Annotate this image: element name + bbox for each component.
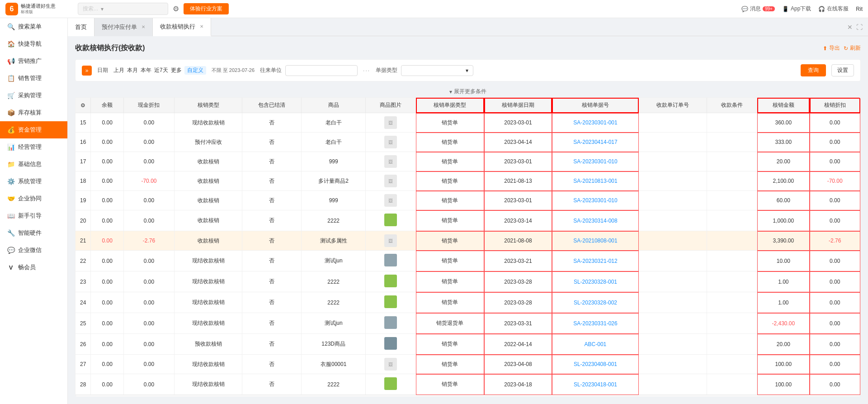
- col-writeoff-type: 核销类型: [174, 98, 242, 113]
- sidebar-label-operations: 经营管理: [18, 143, 42, 151]
- sidebar-item-guide[interactable]: 📖 新手引导: [0, 207, 67, 224]
- sidebar-item-wechat[interactable]: 💬 企业微信: [0, 242, 67, 259]
- headset-icon: 🎧: [818, 6, 825, 12]
- sidebar-item-system[interactable]: ⚙️ 系统管理: [0, 173, 67, 190]
- bill-no-link[interactable]: SL-20230418-001: [574, 381, 617, 388]
- gear-icon[interactable]: ⚙: [173, 5, 179, 13]
- sidebar-item-sales[interactable]: 📋 销售管理: [0, 70, 67, 87]
- table-row: 240.000.00现结收款核销否2222销货单2023-03-28SL-202…: [75, 292, 860, 313]
- refresh-button[interactable]: ↻ 刷新: [844, 44, 861, 52]
- product-image: [384, 316, 397, 329]
- product-image: 🖼: [384, 358, 397, 371]
- date-custom[interactable]: 自定义: [184, 66, 206, 75]
- home-icon: 🏠: [7, 40, 14, 48]
- sidebar-item-collab[interactable]: 🤝 企业协同: [0, 190, 67, 207]
- sidebar-item-operations[interactable]: 📊 经营管理: [0, 138, 67, 156]
- refresh-icon: ↻: [844, 45, 848, 52]
- sidebar-label-sales: 销售管理: [18, 74, 42, 82]
- col-writeoff-discount: 核销折扣: [810, 98, 860, 113]
- guide-icon: 📖: [7, 212, 14, 219]
- marketing-icon: 📢: [7, 57, 14, 65]
- operations-icon: 📊: [7, 143, 14, 151]
- search-icon: 🔍: [7, 23, 14, 30]
- sidebar-item-hardware[interactable]: 🔧 智能硬件: [0, 224, 67, 242]
- bill-no-link[interactable]: ABC-001: [585, 341, 607, 347]
- date-last-month[interactable]: 上月: [113, 67, 124, 74]
- product-image: [384, 254, 397, 266]
- bill-no-link[interactable]: SL-20230328-002: [574, 299, 617, 306]
- date-7days[interactable]: 近7天: [154, 67, 168, 74]
- tab-home[interactable]: 首页: [68, 18, 94, 36]
- sidebar-label-inventory: 库存核算: [18, 109, 42, 117]
- sidebar-item-basic[interactable]: 📁 基础信息: [0, 156, 67, 173]
- tab-writeoff-close[interactable]: ✕: [200, 24, 203, 29]
- close-all-icon[interactable]: ✕: [847, 24, 853, 31]
- bill-no-link[interactable]: SA-20230314-008: [573, 218, 617, 224]
- bill-no-link[interactable]: SA-20230321-012: [573, 258, 617, 264]
- bill-no-link[interactable]: SA-20230331-026: [573, 320, 617, 327]
- message-badge: 99+: [763, 6, 775, 11]
- bill-no-link[interactable]: SL-20230328-001: [574, 279, 617, 285]
- bill-no-link[interactable]: SA-20230301-010: [573, 158, 617, 165]
- from-unit-label: 往来单位: [260, 67, 282, 74]
- finance-icon: 💰: [7, 126, 14, 133]
- bill-no-link[interactable]: SA-20210808-001: [573, 238, 617, 244]
- sidebar-item-search[interactable]: 🔍 搜索菜单: [0, 18, 67, 35]
- col-cash-discount: 现金折扣: [124, 98, 175, 113]
- tab-prepay[interactable]: 预付冲应付单 ✕: [94, 18, 153, 36]
- app-download-label: App下载: [791, 5, 811, 13]
- date-this-year[interactable]: 本年: [141, 67, 151, 74]
- title-actions: ⬆ 导出 ↻ 刷新: [823, 44, 861, 52]
- maximize-icon[interactable]: ⛶: [856, 24, 863, 31]
- industry-btn[interactable]: 体验行业方案: [184, 3, 229, 14]
- search-bar[interactable]: 搜索... ▾: [78, 3, 168, 15]
- sidebar-label-basic: 基础信息: [18, 160, 42, 168]
- collab-icon: 🤝: [7, 195, 14, 202]
- logo-name: 畅捷通谱好生意: [21, 3, 56, 9]
- user-name[interactable]: Rit: [856, 6, 863, 12]
- bill-type-value: [406, 67, 407, 74]
- sidebar-item-inventory[interactable]: 📦 库存核算: [0, 104, 67, 121]
- chevron-down-icon: ▾: [466, 67, 468, 74]
- app-download-btn[interactable]: 📱 App下载: [782, 5, 811, 13]
- tab-prepay-close[interactable]: ✕: [142, 24, 145, 29]
- page-content: 收款核销执行(按收款) ⬆ 导出 ↻ 刷新 » 日期 上月: [68, 36, 868, 404]
- expand-more[interactable]: ▾ 展开更多条件: [449, 86, 486, 97]
- page-title: 收款核销执行(按收款): [75, 43, 145, 53]
- table-row: 170.000.00收款核销否999🖼销货单2023-03-01SA-20230…: [75, 152, 860, 171]
- top-bar: 6 畅捷通谱好生意 标准版 搜索... ▾ ⚙ 体验行业方案 💬 消息 99+ …: [0, 0, 868, 18]
- sidebar-item-marketing[interactable]: 📢 营销推广: [0, 52, 67, 70]
- export-button[interactable]: ⬆ 导出: [823, 44, 840, 52]
- tab-writeoff[interactable]: 收款核销执行 ✕: [153, 18, 211, 36]
- setting-button[interactable]: 设置: [831, 64, 854, 76]
- bill-type-select[interactable]: ▾: [401, 65, 473, 76]
- date-this-month[interactable]: 本月: [127, 67, 138, 74]
- table-row: 260.000.00预收款核销否123D商品销货单2022-04-14ABC-0…: [75, 334, 860, 355]
- filter-expand-btn[interactable]: »: [82, 66, 92, 76]
- bill-no-link[interactable]: SL-20230408-001: [574, 361, 617, 367]
- message-icon: 💬: [741, 6, 748, 12]
- product-image: [384, 377, 397, 390]
- date-more[interactable]: 更多: [171, 67, 182, 74]
- product-image: 🖼: [384, 136, 397, 148]
- col-settings[interactable]: ⚙: [75, 98, 91, 113]
- sidebar-item-member[interactable]: V 畅会员: [0, 259, 67, 276]
- tab-writeoff-label: 收款核销执行: [160, 23, 195, 31]
- sidebar-item-finance[interactable]: 💰 资金管理: [0, 121, 67, 138]
- bill-no-link[interactable]: SA-20230301-001: [573, 119, 617, 126]
- sidebar-item-nav[interactable]: 🏠 快捷导航: [0, 35, 67, 52]
- bill-no-link[interactable]: SA-20230414-017: [573, 139, 617, 145]
- sidebar-label-nav: 快捷导航: [18, 40, 42, 48]
- system-icon: ⚙️: [7, 178, 14, 185]
- bill-no-link[interactable]: SA-20210813-001: [573, 178, 617, 184]
- refresh-label: 刷新: [850, 44, 861, 52]
- col-bill-date: 核销单据日期: [484, 98, 552, 113]
- sidebar-item-purchase[interactable]: 🛒 采购管理: [0, 87, 67, 104]
- query-button[interactable]: 查询: [801, 64, 826, 76]
- bill-no-link[interactable]: SA-20230301-010: [573, 197, 617, 204]
- tab-bar: 首页 预付冲应付单 ✕ 收款核销执行 ✕ ✕ ⛶: [68, 18, 868, 36]
- from-unit-input[interactable]: [285, 65, 358, 76]
- message-btn[interactable]: 💬 消息 99+: [741, 5, 775, 13]
- online-service-btn[interactable]: 🎧 在线客服: [818, 5, 849, 13]
- sidebar-label-wechat: 企业微信: [18, 246, 42, 254]
